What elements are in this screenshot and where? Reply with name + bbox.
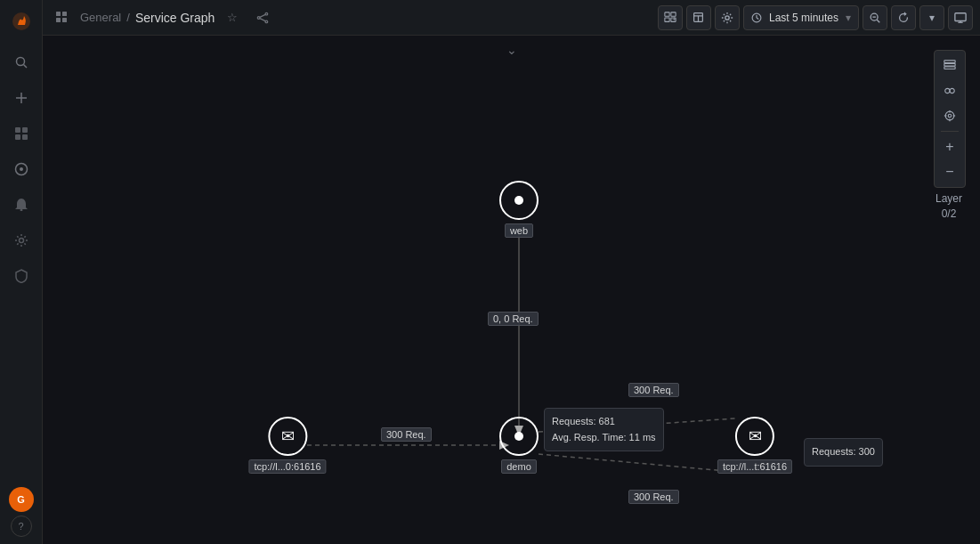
node-web-dot	[514, 196, 523, 205]
svg-point-51	[945, 111, 954, 120]
topbar-right: +	[658, 5, 973, 30]
node-mail-left-circle[interactable]: ✉	[268, 417, 307, 456]
svg-point-52	[948, 114, 952, 118]
svg-point-30	[725, 15, 729, 19]
edge-label-demo-right-top: 300 Req.	[628, 383, 679, 397]
svg-rect-7	[15, 134, 20, 140]
tv-mode-button[interactable]	[948, 5, 973, 30]
svg-rect-37	[955, 12, 966, 20]
canvas-chevron-icon[interactable]: ⌄	[506, 43, 517, 57]
node-mail-left[interactable]: ✉ tcp://l...0:61616	[248, 417, 326, 474]
sidebar-search[interactable]	[5, 46, 37, 78]
mail-left-icon: ✉	[281, 426, 295, 446]
edge-label-left-demo: 300 Req.	[381, 427, 432, 442]
edge-label-demo-right-bot: 300 Req.	[628, 490, 679, 504]
node-demo-circle[interactable]	[499, 417, 539, 456]
node-mail-right-circle[interactable]: ✉	[735, 417, 774, 456]
node-web-circle[interactable]	[499, 181, 539, 220]
svg-point-49	[945, 88, 950, 93]
add-panel-button[interactable]: +	[658, 5, 683, 30]
refresh-button[interactable]	[891, 5, 916, 30]
svg-point-10	[20, 167, 23, 171]
svg-line-20	[260, 14, 265, 17]
sidebar-add[interactable]	[5, 82, 37, 114]
svg-rect-5	[15, 127, 20, 133]
svg-rect-47	[944, 67, 955, 69]
svg-point-18	[258, 16, 261, 19]
svg-line-43	[539, 454, 735, 472]
svg-text:+: +	[672, 15, 676, 21]
svg-rect-8	[22, 134, 28, 140]
svg-line-21	[260, 18, 265, 20]
dashboard-menu-button[interactable]	[50, 5, 75, 30]
graph-ctrl-group-icon[interactable]	[938, 79, 961, 102]
graph-canvas[interactable]: ⌄ web 0, 0 Req.	[43, 36, 980, 544]
node-web[interactable]: web	[499, 181, 539, 238]
node-web-label: web	[505, 223, 533, 238]
layer-label: Layer 0/2	[935, 191, 962, 222]
main-content: General / Service Graph ☆	[43, 0, 980, 544]
svg-rect-11	[20, 209, 22, 211]
svg-point-12	[19, 239, 23, 243]
node-mail-right-tooltip: Requests: 300	[804, 438, 883, 467]
sidebar-alerts[interactable]	[5, 189, 37, 221]
node-mail-right[interactable]: ✉ tcp://l...t:61616	[717, 417, 792, 474]
topbar: General / Service Graph ☆	[43, 0, 980, 36]
sidebar: G ?	[0, 0, 43, 544]
svg-rect-14	[62, 12, 67, 16]
share-button[interactable]	[250, 5, 275, 30]
svg-point-50	[950, 88, 954, 93]
layer-title: Layer	[935, 191, 962, 207]
graph-zoom-in-button[interactable]: +	[938, 135, 961, 158]
time-range-label: Last 5 minutes	[769, 12, 838, 24]
breadcrumb-home[interactable]: General	[80, 11, 121, 24]
svg-line-42	[539, 418, 735, 432]
svg-rect-15	[56, 18, 61, 22]
node-demo-dot	[514, 432, 523, 441]
graph-controls-panel: + −	[934, 50, 966, 188]
svg-rect-48	[944, 61, 955, 63]
time-range-picker[interactable]: Last 5 minutes ▾	[743, 5, 859, 30]
topbar-left: General / Service Graph ☆	[50, 5, 652, 30]
svg-point-17	[265, 12, 268, 15]
node-demo-label: demo	[501, 459, 537, 474]
settings-button[interactable]	[715, 5, 740, 30]
mail-right-icon: ✉	[749, 426, 762, 446]
avatar[interactable]: G	[9, 487, 34, 512]
sidebar-shield[interactable]	[5, 260, 37, 292]
cursor-indicator: ⬾	[596, 405, 609, 419]
graph-zoom-out-button[interactable]: −	[938, 160, 961, 183]
sidebar-bottom: G ?	[9, 487, 34, 537]
tooltip-resptime: Avg. Resp. Time: 11 ms	[552, 430, 656, 446]
svg-rect-24	[665, 18, 669, 21]
node-mail-left-label: tcp://l...0:61616	[248, 459, 326, 474]
more-button[interactable]: ▾	[919, 5, 944, 30]
time-chevron-icon: ▾	[846, 12, 851, 24]
sidebar-explore[interactable]	[5, 153, 37, 185]
svg-rect-16	[62, 18, 67, 22]
svg-line-2	[23, 65, 27, 69]
svg-line-35	[877, 20, 879, 22]
svg-rect-6	[22, 127, 28, 133]
layer-value: 0/2	[935, 207, 962, 222]
star-button[interactable]: ☆	[220, 5, 245, 30]
tooltip-requests: Requests: 681	[552, 414, 656, 430]
svg-rect-46	[944, 63, 955, 66]
svg-rect-13	[56, 12, 61, 16]
svg-line-33	[757, 18, 758, 20]
breadcrumb-separator: /	[126, 11, 130, 24]
sidebar-help[interactable]: ?	[11, 516, 32, 537]
node-demo[interactable]: demo	[499, 417, 539, 474]
app-logo[interactable]	[7, 7, 36, 36]
page-title: Service Graph	[135, 11, 215, 25]
svg-point-19	[265, 20, 268, 23]
graph-ctrl-divider	[941, 131, 959, 132]
graph-ctrl-layers-icon[interactable]	[938, 54, 961, 77]
zoom-out-button[interactable]	[863, 5, 887, 30]
graph-ctrl-target-icon[interactable]	[938, 104, 961, 127]
svg-rect-22	[665, 12, 669, 15]
dashboard-settings-button[interactable]	[686, 5, 711, 30]
node-demo-tooltip: Requests: 681 Avg. Resp. Time: 11 ms	[544, 408, 664, 451]
sidebar-dashboards[interactable]	[5, 118, 37, 150]
sidebar-settings[interactable]	[5, 224, 37, 256]
